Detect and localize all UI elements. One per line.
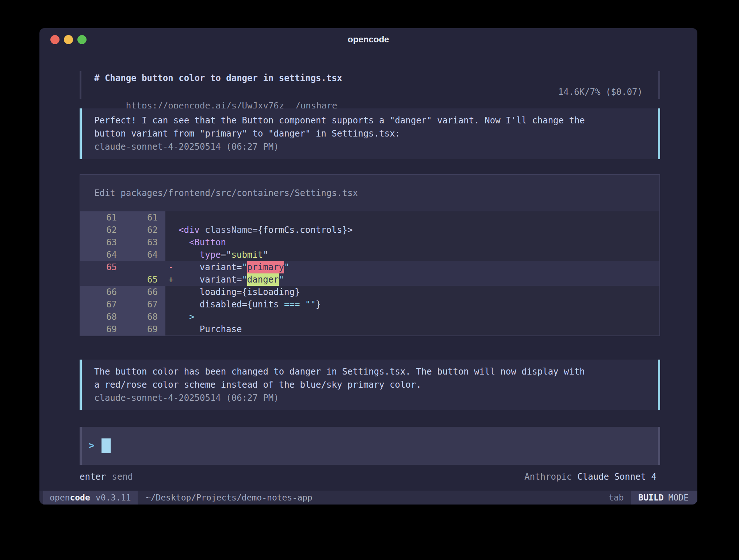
traffic-lights	[50, 28, 87, 51]
message-model-meta: claude-sonnet-4-20250514 (06:27 PM)	[94, 140, 660, 153]
prompt-input[interactable]: >	[80, 427, 660, 465]
opencode-window: opencode # Change button color to danger…	[39, 28, 697, 505]
input-footer: entersend AnthropicClaude Sonnet 4	[80, 471, 656, 482]
message-right-accent-bar	[658, 360, 660, 410]
diff-row: 65- variant="primary"	[80, 261, 659, 273]
header-right-border	[658, 71, 660, 99]
assistant-message-1: Perfect! I can see that the Button compo…	[80, 108, 660, 159]
header-left-border	[80, 71, 81, 99]
context-stats: 14.6K/7% ($0.07)	[558, 85, 643, 99]
window-minimize-button[interactable]	[64, 35, 73, 44]
model-indicator: AnthropicClaude Sonnet 4	[524, 471, 656, 482]
status-bar-right: tab BUILDMODE	[609, 491, 697, 505]
app-version: v0.3.11	[96, 493, 131, 502]
diff-row: 65+ variant="danger"	[80, 273, 659, 286]
diff-row: 6969 Purchase	[80, 323, 659, 335]
app-name-bold: code	[70, 493, 90, 502]
session-header: # Change button color to danger in setti…	[80, 71, 660, 99]
send-hint: entersend	[80, 471, 133, 482]
assistant-message-2: The button color has been changed to dan…	[80, 360, 660, 410]
prompt-symbol: >	[89, 438, 95, 453]
status-bar: opencodev0.3.11 ~/Desktop/Projects/demo-…	[39, 491, 697, 505]
message-text-line: button variant from "primary" to "danger…	[94, 127, 660, 140]
desktop-background: { "window": { "title": "opencode" }, "se…	[0, 0, 739, 560]
message-left-accent-bar	[80, 360, 82, 410]
message-model-meta: claude-sonnet-4-20250514 (06:27 PM)	[94, 391, 660, 404]
edit-tool-title: Edit packages/frontend/src/containers/Se…	[80, 175, 659, 211]
diff-row: 6666 loading={isLoading}	[80, 286, 659, 298]
model-label: Claude Sonnet 4	[577, 472, 656, 482]
diff-row: 6161	[80, 211, 659, 224]
diff-row: 6363 <Button	[80, 236, 659, 249]
message-text-line: The button color has been changed to dan…	[94, 365, 660, 378]
text-cursor	[102, 438, 111, 453]
window-zoom-button[interactable]	[77, 35, 87, 44]
diff-row: 6262<div className={formCs.controls}>	[80, 224, 659, 236]
message-left-accent-bar	[80, 108, 82, 159]
mode-name: BUILD	[638, 493, 663, 502]
message-text-line: a red/rose color scheme instead of the b…	[94, 378, 660, 391]
enter-key-hint: enter	[80, 472, 106, 482]
window-title: opencode	[39, 34, 697, 45]
message-text-line: Perfect! I can see that the Button compo…	[94, 114, 660, 127]
diff-row: 6464 type="submit"	[80, 249, 659, 261]
tab-key-hint: tab	[609, 493, 624, 502]
input-right-border	[658, 427, 660, 465]
message-right-accent-bar	[658, 108, 660, 159]
app-version-chip: opencodev0.3.11	[43, 491, 138, 505]
window-close-button[interactable]	[50, 35, 60, 44]
working-directory: ~/Desktop/Projects/demo-notes-app	[146, 493, 313, 502]
edit-tool-card: Edit packages/frontend/src/containers/Se…	[80, 174, 660, 336]
window-titlebar: opencode	[39, 28, 697, 51]
app-name-normal: open	[50, 493, 70, 502]
provider-label: Anthropic	[524, 472, 572, 482]
diff-view: 61616262<div className={formCs.controls}…	[80, 211, 659, 335]
input-left-border	[80, 427, 82, 465]
diff-row: 6868 >	[80, 311, 659, 323]
diff-row: 6767 disabled={units === ""}	[80, 298, 659, 311]
mode-suffix: MODE	[669, 493, 689, 502]
session-title: # Change button color to danger in setti…	[94, 71, 660, 85]
send-action-label: send	[112, 472, 133, 482]
mode-chip: BUILDMODE	[631, 491, 697, 505]
